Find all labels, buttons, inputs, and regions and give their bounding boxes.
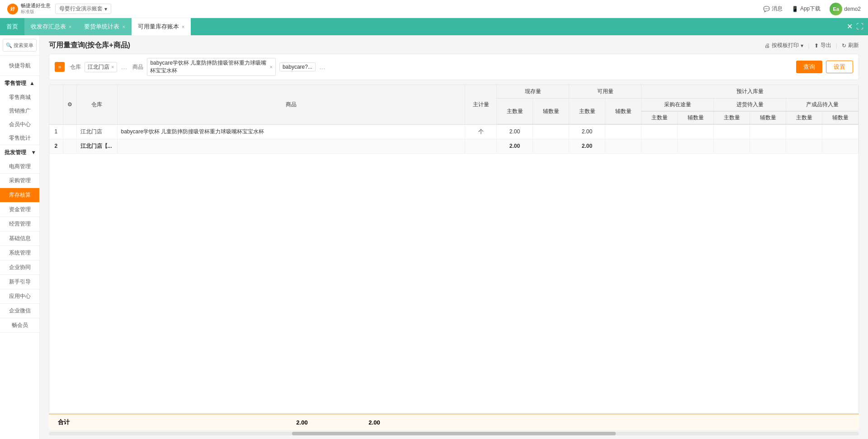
warehouse-filter-tag[interactable]: 江北门店 × bbox=[85, 62, 117, 72]
product-filter-clear[interactable]: × bbox=[269, 64, 272, 70]
tab-order-stats[interactable]: 要货单统计表 × bbox=[78, 18, 131, 35]
expand-icon: » bbox=[58, 64, 61, 70]
horizontal-scrollbar-track[interactable] bbox=[49, 432, 859, 435]
warehouse-filter-label: 仓库 bbox=[70, 63, 81, 71]
cell-inbound-pending-aux-1 bbox=[750, 124, 786, 139]
chevron-down-icon: ▾ bbox=[32, 149, 35, 156]
table-row: 1 江北门店 babycare学饮杯 儿童防摔防撞吸管杯重力球吸嘴杯宝宝水杯 个… bbox=[49, 124, 859, 139]
th-purchase-onway-group: 采购在途量 bbox=[642, 99, 714, 112]
warehouse-filter-value: 江北门店 bbox=[88, 63, 109, 71]
sidebar-item-inventory[interactable]: 库存核算 bbox=[0, 188, 39, 203]
sidebar-item-vip[interactable]: 畅会员 bbox=[0, 318, 39, 333]
quick-nav-label: 快捷导航 bbox=[9, 62, 31, 70]
print-template-btn[interactable]: 🖨 按模板打印 ▾ bbox=[764, 42, 803, 49]
cell-warehouse-2: 江北门店【... bbox=[76, 139, 117, 153]
sidebar-item-ecommerce[interactable]: 电商管理 bbox=[0, 160, 39, 173]
chevron-down-icon: ▾ bbox=[104, 6, 107, 12]
print-template-label: 按模板打印 bbox=[772, 42, 799, 49]
filter-toggle-btn[interactable]: » bbox=[55, 62, 65, 72]
tab-close-order-stats[interactable]: × bbox=[122, 24, 125, 29]
th-produced-pending-aux: 辅数量 bbox=[822, 111, 859, 124]
tab-close-income-expense[interactable]: × bbox=[69, 24, 71, 29]
th-available-aux: 辅数量 bbox=[605, 99, 642, 125]
sidebar-item-enterprise[interactable]: 企业协同 bbox=[0, 260, 39, 275]
sidebar-item-procurement[interactable]: 采购管理 bbox=[0, 174, 39, 188]
th-warehouse: 仓库 bbox=[76, 85, 117, 124]
sidebar-item-operations[interactable]: 经营管理 bbox=[0, 217, 39, 231]
th-stock-main: 主数量 bbox=[497, 99, 533, 125]
table-row-subtotal: 2 江北门店【... 2.00 2.00 bbox=[49, 139, 859, 153]
sidebar-item-newguide[interactable]: 新手引导 bbox=[0, 275, 39, 289]
cell-rownum-2: 2 bbox=[49, 139, 63, 153]
mobile-icon: 📱 bbox=[792, 6, 798, 12]
income-expense-tab-label: 收发存汇总表 bbox=[31, 23, 66, 31]
page-header: 可用量查询(按仓库+商品) 🖨 按模板打印 ▾ | ⬆ 导出 | ↻ 刷新 bbox=[40, 35, 868, 54]
username: demo2 bbox=[844, 6, 861, 12]
avatar: Ea bbox=[830, 3, 842, 15]
product-more-btn[interactable]: … bbox=[319, 63, 326, 71]
warehouse-filter-clear[interactable]: × bbox=[111, 64, 114, 70]
tab-available-inventory[interactable]: 可用量库存账本 × bbox=[132, 18, 191, 35]
sidebar-item-retail-stats[interactable]: 零售统计 bbox=[0, 131, 39, 145]
tab-bar: 首页 收发存汇总表 × 要货单统计表 × 可用量库存账本 × ✕ ⛶ bbox=[0, 18, 868, 35]
sidebar-item-member[interactable]: 会员中心 bbox=[0, 118, 39, 131]
search-label: 搜索菜单 bbox=[14, 42, 33, 49]
tab-maximize-btn[interactable]: ⛶ bbox=[856, 23, 863, 30]
horizontal-scrollbar-thumb[interactable] bbox=[292, 432, 616, 435]
th-inbound-pending-aux: 辅数量 bbox=[750, 111, 786, 124]
sidebar-item-finance[interactable]: 资金管理 bbox=[0, 203, 39, 217]
filter-bar: » 仓库 江北门店 × … 商品 babycare学饮杯 儿童防摔防撞吸管杯重力… bbox=[49, 54, 859, 80]
message-nav[interactable]: 💬 消息 bbox=[763, 5, 783, 13]
th-produced-pending-main: 主数量 bbox=[786, 111, 822, 124]
header-left: 好 畅捷通好生意 标准版 母婴行业演示账套 ▾ bbox=[7, 3, 111, 15]
tab-income-expense[interactable]: 收发存汇总表 × bbox=[24, 18, 78, 35]
cell-stock-aux-2 bbox=[533, 139, 569, 153]
user-profile[interactable]: Ea demo2 bbox=[830, 3, 861, 15]
wholesale-label: 批发管理 bbox=[5, 149, 26, 156]
sidebar-section-retail: 零售管理 ▲ 零售商城 营销推广 会员中心 零售统计 bbox=[0, 76, 39, 145]
th-rownum bbox=[49, 85, 63, 124]
app-download-nav[interactable]: 📱 App下载 bbox=[792, 5, 821, 13]
sidebar-item-retail-shop[interactable]: 零售商城 bbox=[0, 90, 39, 104]
th-produced-pending-group: 产成品待入量 bbox=[786, 99, 859, 112]
cell-product-2 bbox=[117, 139, 465, 153]
query-btn[interactable]: 查询 bbox=[796, 61, 822, 73]
tab-close-available-inventory[interactable]: × bbox=[182, 24, 184, 29]
sidebar-search-btn[interactable]: 🔍 搜索菜单 bbox=[3, 39, 37, 52]
cell-inbound-pending-main-2 bbox=[714, 139, 750, 153]
sidebar-item-system[interactable]: 系统管理 bbox=[0, 246, 39, 260]
available-inventory-tab-label: 可用量库存账本 bbox=[138, 23, 179, 31]
sidebar-item-quick-nav[interactable]: 快捷导航 bbox=[0, 58, 39, 73]
sidebar-item-marketing[interactable]: 营销推广 bbox=[0, 104, 39, 118]
product-filter-extra-tag[interactable]: babycare?... bbox=[279, 62, 316, 71]
refresh-btn[interactable]: ↻ 刷新 bbox=[842, 42, 859, 49]
cell-mainunit-1: 个 bbox=[465, 124, 497, 139]
app-edition: 标准版 bbox=[21, 9, 51, 15]
product-filter-tag[interactable]: babycare学饮杯 儿童防摔防撞吸管杯重力球吸嘴杯宝宝水杯 × bbox=[147, 58, 275, 76]
sidebar-item-appcenter[interactable]: 应用中心 bbox=[0, 289, 39, 304]
export-icon: ⬆ bbox=[814, 42, 819, 49]
page-actions: 🖨 按模板打印 ▾ | ⬆ 导出 | ↻ 刷新 bbox=[764, 42, 859, 49]
sidebar-item-enterprise-wechat[interactable]: 企业微信 bbox=[0, 304, 39, 318]
setting-btn[interactable]: 设置 bbox=[826, 61, 853, 73]
cell-purchase-onway-main-1 bbox=[642, 124, 678, 139]
sidebar: 🔍 搜索菜单 快捷导航 零售管理 ▲ 零售商城 营销推广 会员中心 bbox=[0, 35, 40, 439]
sidebar-section-wholesale-header[interactable]: 批发管理 ▾ bbox=[0, 145, 39, 160]
scroll-bar-container bbox=[40, 430, 868, 439]
cell-available-main-1: 2.00 bbox=[569, 124, 605, 139]
table-container: ⚙ 仓库 商品 主计量 现存量 可用量 预计入库量 主数量 辅数量 主数量 辅数… bbox=[49, 85, 859, 414]
th-settings[interactable]: ⚙ bbox=[63, 85, 76, 124]
export-btn[interactable]: ⬆ 导出 bbox=[814, 42, 831, 49]
tab-home[interactable]: 首页 bbox=[0, 18, 24, 35]
tab-close-all-btn[interactable]: ✕ bbox=[847, 23, 853, 30]
message-label: 消息 bbox=[772, 5, 783, 13]
cell-warehouse-1: 江北门店 bbox=[76, 124, 117, 139]
warehouse-more-btn[interactable]: … bbox=[121, 63, 127, 71]
industry-selector[interactable]: 母婴行业演示账套 ▾ bbox=[55, 4, 111, 14]
cell-purchase-onway-main-2 bbox=[642, 139, 678, 153]
footer-available-main: 2.00 bbox=[356, 419, 392, 426]
sidebar-item-basic[interactable]: 基础信息 bbox=[0, 231, 39, 246]
filter-product-group: 商品 babycare学饮杯 儿童防摔防撞吸管杯重力球吸嘴杯宝宝水杯 × bab… bbox=[132, 58, 325, 76]
th-available-main: 主数量 bbox=[569, 99, 605, 125]
sidebar-section-retail-header[interactable]: 零售管理 ▲ bbox=[0, 76, 39, 90]
